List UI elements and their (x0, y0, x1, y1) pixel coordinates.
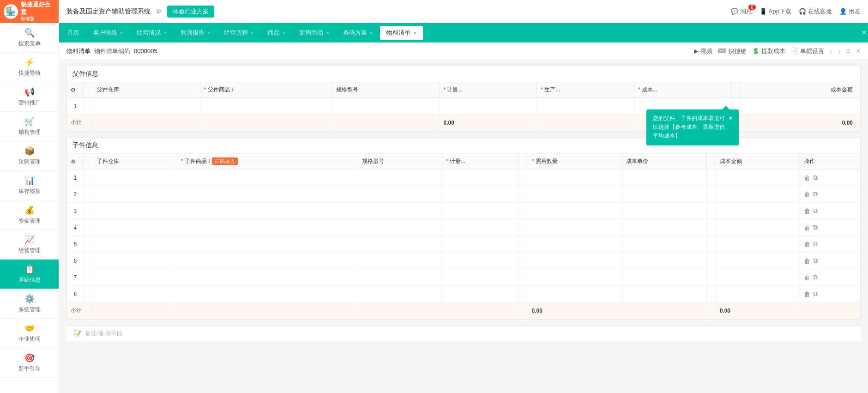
prev-button[interactable]: ‹ (830, 47, 832, 55)
copy-row8-button[interactable]: ⧉ (813, 290, 818, 298)
close-page-button[interactable]: × (856, 46, 861, 56)
tab-bom[interactable]: 物料清单 × (380, 26, 422, 40)
tab-customer[interactable]: 客户联络 × (87, 26, 129, 40)
next-button[interactable]: › (838, 47, 840, 55)
service-button[interactable]: 🎧 在线客服 (799, 7, 832, 16)
keyboard-icon: ⌨ (718, 48, 727, 54)
parent-col-sort (84, 82, 93, 98)
topbar: 装备及固定资产辅助管理系统 ⚙ 体验行业方案 💬 消息 6 📱 App下载 🎧 … (59, 0, 868, 23)
headset-icon: 🎧 (799, 8, 806, 15)
copy-row3-button[interactable]: ⧉ (813, 207, 818, 215)
delete-row7-button[interactable]: 🗑 (804, 274, 810, 281)
parent-col-settings[interactable]: ⚙ (67, 82, 84, 98)
child-row1-unit-cost[interactable] (622, 169, 706, 186)
sidebar-item-sales[interactable]: 🛒 销售管理 (0, 112, 59, 141)
tab-bom-close[interactable]: × (413, 30, 416, 36)
basic-icon: 📋 (24, 264, 35, 274)
delete-row4-button[interactable]: 🗑 (804, 224, 810, 231)
close-all-tabs-button[interactable]: × (862, 29, 866, 37)
sidebar-item-inventory[interactable]: 📊 库存核算 (0, 171, 59, 200)
child-col-settings[interactable]: ⚙ (67, 154, 84, 169)
parent-row-goods[interactable] (200, 98, 332, 115)
sidebar-item-marketing[interactable]: 📢 营销推广 (0, 82, 59, 112)
delete-row8-button[interactable]: 🗑 (804, 290, 810, 298)
parent-row-warehouse[interactable] (93, 98, 200, 115)
user-button[interactable]: 👤 用友 (839, 7, 861, 16)
tab-newgoods[interactable]: 新增商品 × (293, 26, 335, 40)
form-content: 父件信息 ⚙ 父件仓库 * 父件商品 ℹ 规格型号 * 计量... * 生产..… (59, 60, 868, 347)
sidebar-item-finance[interactable]: 💰 资金管理 (0, 200, 59, 230)
copy-row5-button[interactable]: ⧉ (813, 240, 818, 248)
app-download-button[interactable]: 📱 App下载 (760, 7, 791, 16)
child-row3-num: 3 (67, 203, 84, 219)
delete-row5-button[interactable]: 🗑 (804, 241, 810, 248)
copy-row1-button[interactable]: ⧉ (813, 174, 818, 181)
child-row2-goods[interactable] (177, 186, 358, 203)
child-col-cost-amount: 成本金额 (716, 154, 800, 169)
child-row1-spec[interactable] (358, 169, 442, 186)
tab-barcode-close[interactable]: × (370, 30, 373, 36)
tooltip-close-button[interactable]: × (729, 114, 732, 123)
parent-row-spec[interactable] (332, 98, 440, 115)
settings-icon[interactable]: ⚙ (156, 8, 162, 15)
message-button[interactable]: 💬 消息 6 (731, 7, 752, 16)
tab-newgoods-close[interactable]: × (326, 30, 329, 36)
child-row2-unit-cost[interactable] (622, 186, 706, 203)
tab-home[interactable]: 首页 (61, 26, 86, 40)
delete-row6-button[interactable]: 🗑 (804, 257, 810, 265)
scan-badge[interactable]: 扫码录入 (212, 157, 238, 165)
parent-row-unit[interactable] (440, 98, 537, 115)
child-row1-goods[interactable] (177, 169, 358, 186)
child-row2-warehouse[interactable] (93, 186, 177, 203)
child-subtotal-label: 小计 (67, 302, 93, 319)
purchase-icon: 📦 (24, 146, 35, 156)
sidebar-item-system[interactable]: ⚙️ 系统管理 (0, 289, 59, 319)
delete-row2-button[interactable]: 🗑 (804, 191, 810, 198)
child-row8-num: 8 (67, 286, 84, 302)
copy-row7-button[interactable]: ⧉ (813, 273, 818, 281)
shortcut-button[interactable]: ⌨ 快捷键 (718, 47, 747, 55)
sidebar-item-search[interactable]: 🔍 搜索菜单 (0, 23, 59, 53)
sidebar-item-operations[interactable]: 📈 经营管理 (0, 230, 59, 260)
single-set-button[interactable]: 📄 单据设置 (791, 47, 824, 55)
parent-row-num: 1 (67, 98, 84, 115)
child-col-sort (84, 154, 93, 169)
extract-cost-button[interactable]: 💲 提取成本 (752, 47, 785, 55)
sidebar-item-quicknav[interactable]: ⚡ 快捷导航 (0, 53, 59, 82)
tab-history[interactable]: 经营历程 × (217, 26, 260, 40)
tab-operations-close[interactable]: × (163, 30, 166, 36)
copy-row2-button[interactable]: ⧉ (813, 190, 818, 198)
child-row1-unit[interactable] (442, 169, 519, 186)
tab-goods-close[interactable]: × (283, 30, 285, 36)
sidebar-item-label: 销售管理 (18, 128, 41, 136)
tab-profit-close[interactable]: × (207, 30, 210, 36)
child-row2-unit[interactable] (442, 186, 519, 203)
child-row2-qty[interactable] (528, 186, 622, 203)
trial-button[interactable]: 体验行业方案 (167, 6, 214, 18)
tab-profit[interactable]: 利润报告 × (174, 26, 217, 40)
delete-row1-button[interactable]: 🗑 (804, 174, 810, 181)
child-row2-spec[interactable] (358, 186, 442, 203)
sidebar-item-enterprise[interactable]: 🤝 企业协同 (0, 319, 59, 348)
layout-button[interactable]: ≡ (846, 47, 850, 55)
delete-row3-button[interactable]: 🗑 (804, 207, 810, 215)
table-row: 8 🗑⧉ (67, 286, 860, 302)
child-row1-warehouse[interactable] (93, 169, 177, 186)
copy-row6-button[interactable]: ⧉ (813, 257, 818, 265)
view-button[interactable]: ▶ 视频 (694, 47, 712, 55)
copy-row4-button[interactable]: ⧉ (813, 224, 818, 231)
tab-operations[interactable]: 经营情况 × (130, 26, 173, 40)
tab-customer-close[interactable]: × (120, 30, 123, 36)
sidebar-item-basic[interactable]: 📋 基础信息 (0, 260, 59, 289)
tab-bom-label: 物料清单 (386, 29, 410, 37)
tab-goods[interactable]: 商品 × (261, 26, 292, 40)
parent-subtotal-cost: 0.00 (741, 115, 860, 131)
sidebar-item-guide[interactable]: 🎯 新手引导 (0, 348, 59, 378)
child-row1-qty[interactable] (528, 169, 622, 186)
tab-history-close[interactable]: × (251, 30, 253, 36)
sidebar-item-purchase[interactable]: 📦 采购管理 (0, 141, 59, 171)
parent-row-production[interactable] (537, 98, 634, 115)
notes-placeholder: 备注/备用字段 (85, 329, 123, 338)
table-row: 2 (67, 186, 860, 203)
tab-barcode[interactable]: 条码方案 × (337, 26, 379, 40)
